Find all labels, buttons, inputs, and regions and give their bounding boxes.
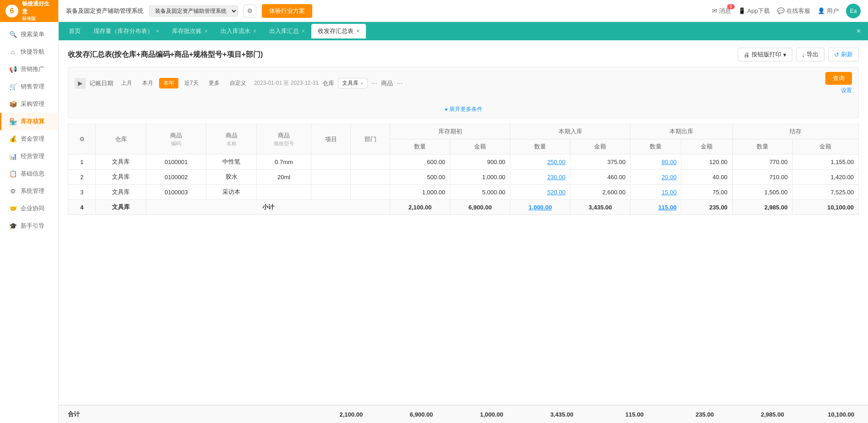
topbar-title: 装备及固定资产辅助管理系统	[66, 7, 144, 15]
date-btn-custom[interactable]: 自定义	[226, 78, 250, 88]
warehouse-tag: 文具库 ×	[338, 78, 367, 88]
tabs-close-all-button[interactable]: ×	[853, 25, 864, 37]
sidebar-item-quicknav[interactable]: ⌂ 快捷导航	[0, 43, 58, 60]
tab-inventory-dist[interactable]: 现存量（库存分布表） ×	[87, 24, 166, 38]
setting-link[interactable]: 设置	[841, 87, 852, 94]
tab-rfs-summary-close[interactable]: ×	[356, 28, 359, 34]
logo-subtitle: 标准版	[22, 16, 53, 22]
sidebar-item-finance[interactable]: 💰 资金管理	[0, 130, 58, 148]
filter-main-row: ▶ 记账日期 上月 本月 本年 近7天 更多 自定义 2023-01-01 至 …	[75, 72, 852, 94]
system-dropdown[interactable]: 装备及固定资产辅助管理系统	[149, 5, 238, 16]
subtotal-out-qty[interactable]: 115.00	[630, 200, 681, 215]
date-range: 2023-01-01 至 2023-12-31	[254, 79, 319, 87]
total-in-amt: 3,435.00	[508, 411, 578, 418]
sidebar-item-business[interactable]: 📊 经营管理	[0, 148, 58, 165]
app-download-icon: 📱	[738, 7, 746, 14]
tab-flow[interactable]: 出入库流水 ×	[214, 24, 263, 38]
row-open-amt: 1,000.00	[450, 170, 510, 185]
row-out-qty[interactable]: 20.00	[630, 170, 681, 185]
table-header-name: 商品名称	[206, 124, 257, 154]
sidebar-item-system[interactable]: ⚙ 系统管理	[0, 182, 58, 200]
warehouse-tag-text: 文具库	[342, 79, 359, 87]
expand-icon: ▾	[445, 106, 448, 113]
row-bal-qty: 770.00	[732, 154, 792, 170]
tab-rfs-summary[interactable]: 收发存汇总表 ×	[311, 24, 366, 38]
table-col-settings[interactable]: ⚙	[68, 124, 96, 154]
system-icon: ⚙	[9, 187, 17, 195]
subtotal-out-amt: 235.00	[681, 200, 732, 215]
table-header-project: 项目	[311, 124, 351, 154]
export-button[interactable]: ↓ 导出	[796, 48, 825, 61]
row-bal-amt: 1,155.00	[792, 154, 858, 170]
subtotal-bal-qty: 2,985.00	[732, 200, 792, 215]
tab-flow-label: 出入库流水	[221, 27, 250, 35]
sidebar-item-basic[interactable]: 📋 基础信息	[0, 165, 58, 182]
total-bar-values: 2,100.00 6,900.00 1,000.00 3,435.00 115.…	[160, 411, 859, 418]
date-btn-last-month[interactable]: 上月	[117, 78, 136, 88]
expand-more-button[interactable]: ▾ 展开更多条件	[445, 105, 482, 113]
sidebar-item-search[interactable]: 🔍 搜索菜单	[0, 26, 58, 43]
settings-gear-icon[interactable]: ⚙	[243, 5, 256, 17]
trial-button[interactable]: 体验行业方案	[262, 4, 312, 18]
sidebar-item-guide[interactable]: 🎓 新手引导	[0, 217, 58, 235]
total-bal-amt: 10,100.00	[789, 411, 859, 418]
row-warehouse: 文具库	[96, 185, 146, 200]
tab-batch[interactable]: 库存批次账 ×	[166, 24, 214, 38]
subtotal-in-qty[interactable]: 1,000.00	[510, 200, 570, 215]
date-btn-7days[interactable]: 近7天	[180, 78, 203, 88]
sidebar-item-purchase[interactable]: 📦 采购管理	[0, 95, 58, 113]
table-header-bal-qty: 数量	[732, 139, 792, 154]
table-row: 2 文具库 0100002 胶水 20ml 500.00 1,000.00 23…	[68, 170, 859, 185]
table-header-opening: 库存期初	[390, 124, 510, 139]
tab-summary-inout-close[interactable]: ×	[302, 28, 305, 34]
query-button[interactable]: 查询	[825, 72, 852, 85]
date-filter-label: 记账日期	[89, 79, 113, 88]
topbar-left: 装备及固定资产辅助管理系统 装备及固定资产辅助管理系统 ⚙ 体验行业方案	[66, 4, 312, 18]
refresh-button[interactable]: ↺ 刷新	[828, 48, 859, 61]
goods-ellipsis[interactable]: ···	[397, 79, 403, 88]
user-item[interactable]: 👤 用户	[818, 7, 839, 15]
row-out-qty[interactable]: 80.00	[630, 154, 681, 170]
row-warehouse: 文具库	[96, 170, 146, 185]
message-icon: ✉	[712, 7, 717, 14]
sidebar-item-sales[interactable]: 🛒 销售管理	[0, 78, 58, 95]
tab-home[interactable]: 首页	[62, 24, 87, 38]
date-btn-this-month[interactable]: 本月	[138, 78, 157, 88]
tab-summary-inout[interactable]: 出入库汇总 ×	[263, 24, 311, 38]
row-in-qty[interactable]: 520.00	[510, 185, 570, 200]
tab-flow-close[interactable]: ×	[253, 28, 256, 34]
tab-batch-label: 库存批次账	[172, 27, 202, 35]
home-icon: ⌂	[9, 48, 17, 55]
row-project	[311, 154, 351, 170]
row-bal-qty: 710.00	[732, 170, 792, 185]
subtotal-label: 小计	[146, 200, 390, 215]
print-button[interactable]: 🖨 按钮版打印 ▾	[738, 48, 792, 61]
row-in-qty[interactable]: 250.00	[510, 154, 570, 170]
page-title: 收发存汇总表(按仓库+商品编码+商品+规格型号+项目+部门)	[68, 50, 263, 60]
date-btn-more[interactable]: 更多	[205, 78, 224, 88]
collab-icon: 🤝	[9, 205, 17, 212]
online-service-item[interactable]: 💬 在线客服	[777, 7, 810, 15]
tab-batch-close[interactable]: ×	[205, 28, 208, 34]
row-in-qty[interactable]: 230.00	[510, 170, 570, 185]
app-download-item[interactable]: 📱 App下载	[738, 7, 770, 15]
row-bal-qty: 1,505.00	[732, 185, 792, 200]
sidebar-item-collab[interactable]: 🤝 企业协同	[0, 200, 58, 217]
tab-inventory-dist-close[interactable]: ×	[156, 28, 159, 34]
row-open-qty: 500.00	[390, 170, 450, 185]
user-avatar[interactable]: Ea	[846, 4, 861, 18]
message-item[interactable]: ✉ 消息 6	[712, 7, 731, 15]
warehouse-tag-close-icon[interactable]: ×	[360, 81, 363, 86]
row-code: 0100001	[146, 154, 206, 170]
filter-toggle-button[interactable]: ▶	[75, 78, 86, 89]
row-name: 采访本	[206, 185, 257, 200]
warehouse-ellipsis[interactable]: ···	[371, 79, 377, 88]
business-icon: 📊	[9, 153, 17, 160]
sidebar-item-inventory[interactable]: 🏪 库存核算	[0, 113, 58, 130]
date-btn-this-year[interactable]: 本年	[159, 78, 178, 88]
sidebar-item-marketing[interactable]: 📢 营销推广	[0, 60, 58, 78]
main-content: 收发存汇总表(按仓库+商品编码+商品+规格型号+项目+部门) 🖨 按钮版打印 ▾…	[59, 40, 868, 423]
row-out-qty[interactable]: 15.00	[630, 185, 681, 200]
row-project	[311, 185, 351, 200]
row-idx: 1	[68, 154, 96, 170]
